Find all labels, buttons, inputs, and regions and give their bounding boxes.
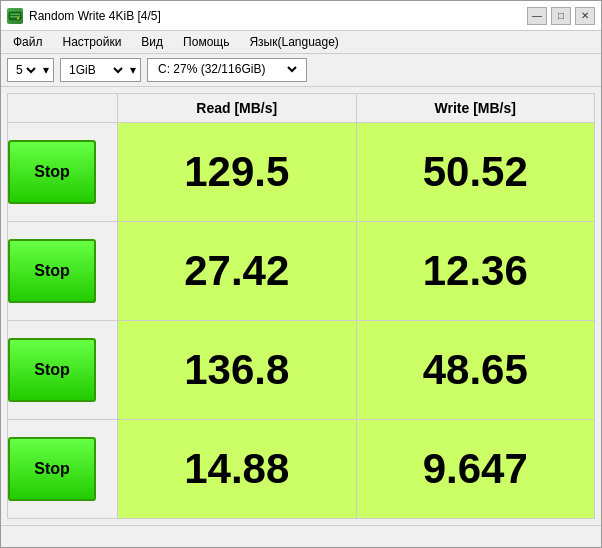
results-table: Read [MB/s] Write [MB/s] Stop 129.5 50.5…	[7, 93, 595, 519]
read-value-1: 129.5	[118, 123, 357, 222]
stop-button-3[interactable]: Stop	[8, 338, 96, 402]
read-value-3: 136.8	[118, 321, 357, 420]
toolbar: 5 3 1 ▾ 1GiB 512MiB 256MiB ▾ C: 27% (32/…	[1, 54, 601, 87]
window-title: Random Write 4KiB [4/5]	[29, 9, 527, 23]
header-write-col: Write [MB/s]	[356, 94, 595, 123]
minimize-button[interactable]: —	[527, 7, 547, 25]
svg-rect-1	[10, 13, 20, 15]
write-value-3: 48.65	[356, 321, 595, 420]
menu-settings[interactable]: Настройки	[55, 33, 130, 51]
app-icon	[7, 8, 23, 24]
menu-view[interactable]: Вид	[133, 33, 171, 51]
write-value-1: 50.52	[356, 123, 595, 222]
count-select[interactable]: 5 3 1	[12, 62, 39, 78]
size-select[interactable]: 1GiB 512MiB 256MiB	[65, 62, 126, 78]
stop-button-4[interactable]: Stop	[8, 437, 96, 501]
main-window: Random Write 4KiB [4/5] — □ ✕ Файл Настр…	[0, 0, 602, 548]
table-row: Stop 129.5 50.52	[8, 123, 595, 222]
status-bar	[1, 525, 601, 547]
svg-point-3	[17, 17, 19, 19]
drive-select[interactable]: C: 27% (32/116GiB)	[154, 61, 300, 77]
read-value-2: 27.42	[118, 222, 357, 321]
menu-help[interactable]: Помощь	[175, 33, 237, 51]
write-value-4: 9.647	[356, 420, 595, 519]
menu-file[interactable]: Файл	[5, 33, 51, 51]
stop-button-1[interactable]: Stop	[8, 140, 96, 204]
table-header-row: Read [MB/s] Write [MB/s]	[8, 94, 595, 123]
stop-cell-1: Stop	[8, 123, 118, 222]
window-controls: — □ ✕	[527, 7, 595, 25]
table-row: Stop 136.8 48.65	[8, 321, 595, 420]
count-chevron-icon: ▾	[43, 63, 49, 77]
stop-cell-4: Stop	[8, 420, 118, 519]
table-row: Stop 14.88 9.647	[8, 420, 595, 519]
size-select-box[interactable]: 1GiB 512MiB 256MiB ▾	[60, 58, 141, 82]
maximize-button[interactable]: □	[551, 7, 571, 25]
main-content: Read [MB/s] Write [MB/s] Stop 129.5 50.5…	[1, 87, 601, 525]
svg-rect-2	[10, 16, 20, 18]
header-stop-col	[8, 94, 118, 123]
size-chevron-icon: ▾	[130, 63, 136, 77]
count-select-box[interactable]: 5 3 1 ▾	[7, 58, 54, 82]
stop-cell-2: Stop	[8, 222, 118, 321]
menu-bar: Файл Настройки Вид Помощь Язык(Language)	[1, 31, 601, 54]
stop-cell-3: Stop	[8, 321, 118, 420]
title-bar: Random Write 4KiB [4/5] — □ ✕	[1, 1, 601, 31]
table-row: Stop 27.42 12.36	[8, 222, 595, 321]
close-button[interactable]: ✕	[575, 7, 595, 25]
write-value-2: 12.36	[356, 222, 595, 321]
stop-button-2[interactable]: Stop	[8, 239, 96, 303]
menu-language[interactable]: Язык(Language)	[241, 33, 346, 51]
drive-select-box[interactable]: C: 27% (32/116GiB)	[147, 58, 307, 82]
header-read-col: Read [MB/s]	[118, 94, 357, 123]
read-value-4: 14.88	[118, 420, 357, 519]
